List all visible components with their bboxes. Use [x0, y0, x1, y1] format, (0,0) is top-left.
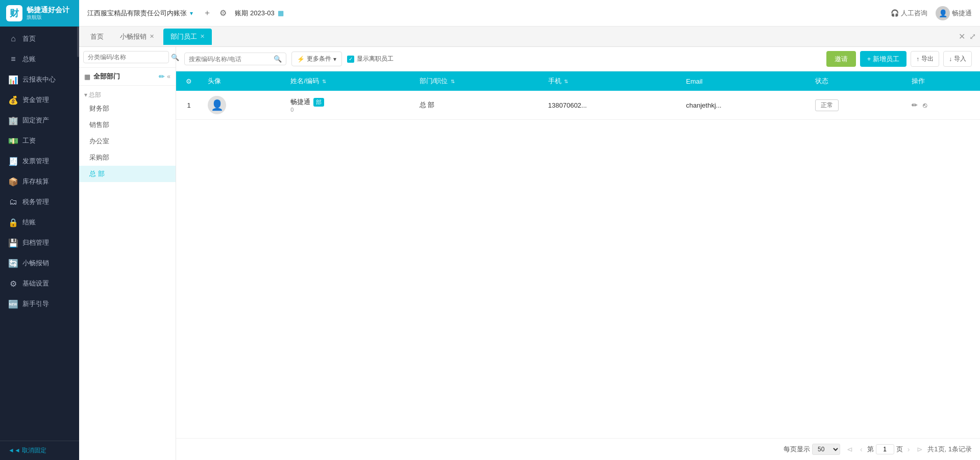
sidebar-item-close[interactable]: 🔒 结账 — [0, 212, 79, 233]
sidebar-item-label: 库存核算 — [22, 177, 49, 186]
page-total: 共1页, 1条记录 — [927, 445, 972, 454]
toolbar-right: 邀请 + 新增员工 ↑ 导出 ↓ 导入 — [826, 51, 972, 67]
add-tab-button[interactable]: ＋ — [203, 8, 211, 18]
col-action: 操作 — [905, 71, 980, 91]
logo-icon: 财 — [6, 5, 22, 21]
sidebar-logo: 财 畅捷通好会计 旗舰版 — [0, 0, 79, 27]
employee-search-input[interactable] — [189, 56, 274, 63]
dept-item-caiwu[interactable]: 财务部 — [79, 100, 176, 117]
sidebar-item-xiaochang[interactable]: 🔄 小畅报销 — [0, 253, 79, 273]
edit-dept-icon[interactable]: ✏ — [159, 72, 165, 81]
sidebar-item-label: 云报表中心 — [22, 75, 56, 84]
pagination: ⊲ ‹ 第 页 › ⊳ 共1页, 1条记录 — [844, 444, 972, 454]
dept-group-label: ▾ 总部 — [79, 88, 176, 100]
funds-icon: 💰 — [8, 95, 18, 105]
tab-xiaochang[interactable]: 小畅报销 ✕ — [113, 29, 161, 45]
col-dept[interactable]: 部门/职位 ⇅ — [413, 71, 542, 91]
tab-dept-close[interactable]: ✕ — [200, 33, 205, 40]
ledger-icon: ≡ — [8, 54, 18, 64]
col-settings[interactable]: ⚙ — [176, 71, 202, 91]
invite-button[interactable]: 邀请 — [826, 51, 856, 67]
avatar: 👤 — [208, 96, 226, 114]
reports-icon: 📊 — [8, 74, 18, 85]
sidebar-item-tax[interactable]: 🗂 税务管理 — [0, 192, 79, 212]
sidebar-item-inventory[interactable]: 📦 库存核算 — [0, 171, 79, 192]
topbar-right: 🎧 人工咨询 👤 畅捷通 — [891, 6, 972, 20]
export-button[interactable]: ↑ 导出 — [911, 51, 939, 67]
avatar-person-icon: 👤 — [211, 99, 224, 111]
headset-icon: 🎧 — [891, 9, 899, 17]
sidebar-item-ledger[interactable]: ≡ 总账 — [0, 49, 79, 69]
sidebar-unpin[interactable]: ◄◄ 取消固定 — [0, 441, 79, 460]
search-icon[interactable]: 🔍 — [274, 55, 282, 63]
per-page-label: 每页显示 — [783, 445, 810, 454]
filter-icon: ⚡ — [297, 56, 305, 63]
row-status: 正常 — [809, 91, 905, 120]
row-email: chanjethkj... — [680, 91, 809, 120]
tab-home[interactable]: 首页 — [83, 29, 111, 45]
filter-button[interactable]: ⚡ 更多条件 ▾ — [291, 52, 342, 66]
home-icon: ⌂ — [8, 34, 18, 44]
filter-chevron-icon: ▾ — [333, 56, 336, 63]
close-account-icon: 🔒 — [8, 217, 18, 227]
filter-label: 更多条件 — [307, 55, 331, 63]
calendar-icon[interactable]: ▦ — [278, 9, 284, 17]
logout-employee-button[interactable]: ⎋ — [923, 101, 927, 109]
sidebar-item-guide[interactable]: 🆕 新手引导 — [0, 294, 79, 314]
close-window-button[interactable]: ✕ — [959, 32, 965, 41]
per-page-select[interactable]: 50 100 200 — [812, 444, 840, 455]
col-avatar: 头像 — [202, 71, 284, 91]
tab-xiaochang-label: 小畅报销 — [120, 32, 146, 41]
tab-home-label: 首页 — [90, 32, 104, 41]
import-button[interactable]: ↓ 导入 — [943, 51, 972, 67]
sidebar-item-reports[interactable]: 📊 云报表中心 — [0, 69, 79, 90]
last-page-button[interactable]: ⊳ — [914, 444, 925, 454]
col-name[interactable]: 姓名/编码 ⇅ — [284, 71, 413, 91]
employee-table-wrap: ⚙ 头像 姓名/编码 ⇅ 部门/职位 ⇅ 手机 — [176, 71, 980, 438]
sidebar-item-basic[interactable]: ⚙ 基础设置 — [0, 273, 79, 294]
row-no: 1 — [176, 91, 202, 120]
user-menu[interactable]: 👤 畅捷通 — [936, 6, 972, 20]
dept-panel: 🔍 ▦ 全部部门 ✏ « ▾ 总部 财务部 销售部 办公室 采购部 总 部 — [79, 47, 176, 460]
row-name-cell: 畅捷通 部 0 — [284, 91, 413, 120]
sidebar-item-home[interactable]: ⌂ 首页 — [0, 29, 79, 49]
collapse-icon[interactable]: « — [167, 73, 170, 80]
first-page-button[interactable]: ⊲ — [844, 444, 855, 454]
dept-search-input[interactable] — [83, 51, 169, 63]
dept-item-caigou[interactable]: 采购部 — [79, 149, 176, 166]
sidebar-item-label: 工资 — [22, 136, 36, 145]
tab-dept-label: 部门员工 — [170, 32, 197, 41]
all-dept-header[interactable]: ▦ 全部部门 ✏ « — [79, 68, 176, 86]
sidebar-item-label: 固定资产 — [22, 116, 49, 125]
dept-item-zongbu[interactable]: 总 部 — [79, 166, 176, 182]
show-resigned-toggle[interactable]: ✓ 显示离职员工 — [347, 55, 394, 63]
topbar: 江西服宝精品有限责任公司内账张 ▾ ＋ ⚙ 账期 2023-03 ▦ 🎧 人工咨… — [79, 0, 980, 27]
sidebar-item-payroll[interactable]: 💵 工资 — [0, 131, 79, 151]
tab-xiaochang-close[interactable]: ✕ — [150, 33, 154, 40]
new-employee-button[interactable]: + 新增员工 — [860, 51, 906, 67]
sidebar-item-archive[interactable]: 💾 归档管理 — [0, 233, 79, 253]
show-resigned-checkbox[interactable]: ✓ — [347, 56, 354, 63]
grid-icon: ▦ — [84, 73, 90, 81]
service-button[interactable]: 🎧 人工咨询 — [891, 9, 927, 18]
main-area: 江西服宝精品有限责任公司内账张 ▾ ＋ ⚙ 账期 2023-03 ▦ 🎧 人工咨… — [79, 0, 980, 460]
expand-window-button[interactable]: ⤢ — [969, 32, 976, 41]
col-phone[interactable]: 手机 ⇅ — [542, 71, 680, 91]
edit-employee-button[interactable]: ✏ — [912, 101, 918, 109]
prev-page-button[interactable]: ‹ — [857, 444, 865, 454]
sidebar-item-funds[interactable]: 💰 资金管理 — [0, 90, 79, 110]
page-input[interactable] — [876, 444, 894, 454]
row-dept: 总 部 — [413, 91, 542, 120]
company-dropdown[interactable]: ▾ — [190, 10, 193, 17]
tab-dept[interactable]: 部门员工 ✕ — [163, 29, 212, 45]
sidebar-item-invoice[interactable]: 🧾 发票管理 — [0, 151, 79, 171]
period-label: 账期 — [235, 9, 248, 18]
sidebar-item-label: 总账 — [22, 55, 36, 64]
inventory-icon: 📦 — [8, 176, 18, 187]
dept-item-bangongshi[interactable]: 办公室 — [79, 133, 176, 149]
sidebar-item-assets[interactable]: 🏢 固定资产 — [0, 110, 79, 131]
sort-phone-icon: ⇅ — [564, 79, 568, 84]
next-page-button[interactable]: › — [905, 444, 913, 454]
dept-item-xiaoshou[interactable]: 销售部 — [79, 117, 176, 133]
settings-gear-icon[interactable]: ⚙ — [219, 8, 227, 18]
